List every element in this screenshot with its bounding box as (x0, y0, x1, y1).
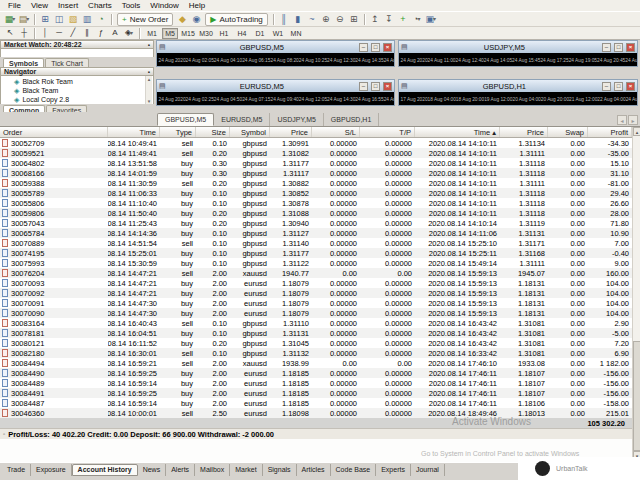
terminal-tab-alerts[interactable]: Alerts (166, 464, 195, 476)
column-header-order[interactable]: Order (0, 127, 108, 137)
history-row-30059806[interactable]: 300598062020.08.14 11:50:40buy0.20gbpusd… (0, 208, 632, 218)
periods-dropdown[interactable]: ◔▾ (410, 13, 424, 26)
chart-titlebar[interactable]: ▤GBPUSD,M5–□× (157, 41, 394, 53)
chart-titlebar[interactable]: ▤USDJPY,M5–□× (399, 41, 637, 53)
navigator-item-black-team[interactable]: ◈Black Team (1, 86, 153, 95)
terminal-tab-articles[interactable]: Articles (297, 464, 331, 476)
close-icon[interactable]: × (383, 82, 392, 91)
terminal-tab-experts[interactable]: Experts (376, 464, 411, 476)
maximize-icon[interactable]: □ (614, 82, 623, 91)
history-row-30082180[interactable]: 300821802020.08.14 16:30:01sell0.10gbpus… (0, 348, 632, 358)
timeframe-button-m5[interactable]: M5 (162, 28, 178, 39)
chart-titlebar[interactable]: ▤EURUSD,M5–□× (157, 80, 394, 92)
column-header-symbol[interactable]: Symbol (230, 127, 270, 137)
minimize-icon[interactable]: – (359, 82, 368, 91)
history-row-30070090[interactable]: 300700902020.08.14 14:47:30buy2.00eurusd… (0, 308, 632, 318)
chart-area[interactable]: 24 Aug 202024 Aug 11:0024 Aug 12:4024 Au… (399, 53, 637, 66)
timeframe-button-h4[interactable]: H4 (234, 28, 250, 39)
templates-dropdown[interactable]: ▣▾ (424, 13, 438, 26)
menu-item-charts[interactable]: Charts (83, 1, 117, 10)
menu-item-insert[interactable]: Insert (53, 1, 83, 10)
timeframe-button-d1[interactable]: D1 (252, 28, 268, 39)
history-row-30076204[interactable]: 300762042020.08.14 14:47:21sell2.00xauus… (0, 268, 632, 278)
scroll-up-icon[interactable]: ▴ (633, 127, 640, 136)
history-row-30084489[interactable]: 300844892020.08.14 16:59:14buy2.00eurusd… (0, 378, 632, 388)
history-row-30057043[interactable]: 300570432020.08.14 11:25:43buy0.20gbpusd… (0, 218, 632, 228)
strategy-tester-button[interactable]: ◔ (94, 13, 108, 26)
terminal-tab-code-base[interactable]: Code Base (331, 464, 377, 476)
timeframe-button-m15[interactable]: M15 (180, 28, 196, 39)
history-row-30070091[interactable]: 300700912020.08.14 14:47:30buy2.00eurusd… (0, 298, 632, 308)
close-icon[interactable]: × (383, 43, 392, 52)
history-row-30084491[interactable]: 300844912020.08.14 16:59:25buy2.00eurusd… (0, 388, 632, 398)
bar-chart-button[interactable]: ║ (277, 13, 291, 26)
fibonacci-button[interactable]: ƒ (94, 28, 108, 39)
history-row-30084487[interactable]: 300844872020.08.14 16:59:14buy2.00eurusd… (0, 398, 632, 408)
menu-item-tools[interactable]: Tools (117, 1, 146, 10)
chart-area[interactable]: 17 Aug 202018 Aug 04:0018 Aug 20:0019 Au… (399, 92, 637, 105)
timeframe-button-m30[interactable]: M30 (198, 28, 214, 39)
navigator-button[interactable]: ▧ (66, 13, 80, 26)
maximize-icon[interactable]: □ (371, 82, 380, 91)
chart-area[interactable]: 24 Aug 202024 Aug 02:0524 Aug 04:1024 Au… (157, 53, 394, 66)
close-icon[interactable]: × (626, 82, 635, 91)
market-watch-tab-tick-chart[interactable]: Tick Chart (45, 58, 89, 67)
market-watch-tab-symbols[interactable]: Symbols (3, 58, 44, 67)
line-chart-button[interactable]: ~ (305, 13, 319, 26)
history-row-30052709[interactable]: 300527092020.08.14 10:49:41sell0.10gbpus… (0, 138, 632, 148)
history-row-30065784[interactable]: 300657842020.08.14 14:14:36buy0.10gbpusd… (0, 228, 632, 238)
history-row-30080121[interactable]: 300801212020.08.14 16:11:52buy0.20gbpusd… (0, 338, 632, 348)
history-row-30070093[interactable]: 300700932020.08.14 14:47:21buy2.00eurusd… (0, 278, 632, 288)
chart-tab-gbpusd-m5[interactable]: GBPUSD,M5 (157, 113, 214, 126)
maximize-icon[interactable]: □ (371, 43, 380, 52)
column-header-t-p[interactable]: T/P (360, 127, 415, 137)
pin-icon[interactable]: ▪ (148, 42, 150, 48)
profiles-button[interactable]: ▤▾ (17, 13, 31, 26)
history-row-30055789[interactable]: 300557892020.08.14 11:06:33buy0.10gbpusd… (0, 188, 632, 198)
timeframe-button-h1[interactable]: H1 (216, 28, 232, 39)
history-row-30084494[interactable]: 300844942020.08.14 16:59:21sell2.00xauus… (0, 358, 632, 368)
indicators-button[interactable]: + (396, 13, 410, 26)
terminal-tab-mailbox[interactable]: Mailbox (195, 464, 230, 476)
minimize-icon[interactable]: – (359, 43, 368, 52)
history-scrollbar[interactable]: ▴ ▾ (632, 127, 640, 460)
menu-item-help[interactable]: Help (184, 1, 210, 10)
menu-item-file[interactable]: File (3, 1, 26, 10)
horizontal-line-button[interactable]: ─ (52, 28, 66, 39)
period-up-button[interactable]: ↥ (368, 13, 382, 26)
column-header-swap[interactable]: Swap (548, 127, 588, 137)
terminal-tab-news[interactable]: News (138, 464, 167, 476)
market-watch-button[interactable]: ⊞ (38, 13, 52, 26)
expert-advisors-button[interactable]: ◉ (189, 13, 203, 26)
terminal-tab-signals[interactable]: Signals (263, 464, 297, 476)
column-header-time[interactable]: Time ▴ (415, 127, 500, 137)
history-row-30046360[interactable]: 300463602020.08.14 10:00:01sell2.50eurus… (0, 408, 632, 418)
chart-titlebar[interactable]: ▤GBPUSD,H1–□× (399, 80, 637, 92)
cursor-button[interactable]: ↖ (3, 28, 17, 39)
chart-tab-gbpusd-h1[interactable]: GBPUSD,H1 (324, 113, 379, 126)
terminal-tab-exposure[interactable]: Exposure (31, 464, 72, 476)
text-button[interactable]: A (108, 28, 122, 39)
menu-item-window[interactable]: Window (145, 1, 183, 10)
history-row-30074195[interactable]: 300741952020.08.14 15:25:01buy0.10gbpusd… (0, 248, 632, 258)
tile-windows-button[interactable]: ⊞ (347, 13, 361, 26)
history-row-30059521[interactable]: 300595212020.08.14 11:49:41sell0.20gbpus… (0, 148, 632, 158)
new-chart-button[interactable]: ▦▾ (3, 13, 17, 26)
market-watch-titlebar[interactable]: Market Watch: 20:48:22 ▪ (0, 40, 154, 49)
column-header-size[interactable]: Size (196, 127, 230, 137)
terminal-button[interactable]: ▥ (80, 13, 94, 26)
column-header-price[interactable]: Price (270, 127, 312, 137)
history-row-30070092[interactable]: 300700922020.08.14 14:47:21buy2.00eurusd… (0, 288, 632, 298)
crosshair-button[interactable]: ┼ (17, 28, 31, 39)
menu-item-view[interactable]: View (26, 1, 53, 10)
history-row-30075993[interactable]: 300759932020.08.14 15:30:59buy0.10gbpusd… (0, 258, 632, 268)
history-row-30068166[interactable]: 300681662020.08.14 14:01:59buy0.30gbpusd… (0, 168, 632, 178)
timeframe-button-mn[interactable]: MN (288, 28, 304, 39)
channel-button[interactable]: ∥ (80, 28, 94, 39)
terminal-tab-market[interactable]: Market (230, 464, 262, 476)
navigator-titlebar[interactable]: Navigator ▪ (0, 67, 154, 76)
close-icon[interactable]: × (626, 43, 635, 52)
history-row-30055806[interactable]: 300558062020.08.14 11:10:40buy0.10gbpusd… (0, 198, 632, 208)
period-down-button[interactable]: ↧ (382, 13, 396, 26)
navigator-item-local-copy-2-8[interactable]: ◈Local Copy 2.8 (1, 95, 153, 104)
